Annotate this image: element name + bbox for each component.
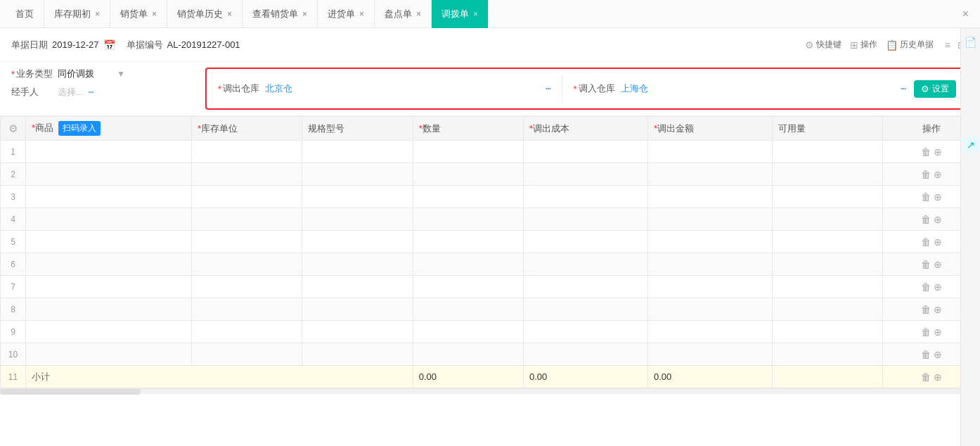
calendar-icon[interactable]: 📅 (103, 39, 115, 51)
cost-cell-1[interactable] (523, 141, 647, 163)
warehouse-out-more[interactable]: ··· (545, 82, 550, 95)
product-cell-9[interactable] (26, 321, 192, 343)
cost-cell-10[interactable] (523, 343, 647, 366)
amount-cell-7[interactable] (647, 276, 772, 298)
tab-sales-history[interactable]: 销货单历史 × (167, 0, 243, 28)
tab-sales-close[interactable]: × (152, 9, 157, 19)
tab-inventory-init[interactable]: 库存期初 × (44, 0, 110, 28)
qty-cell-3[interactable] (413, 186, 523, 208)
qty-cell-2[interactable] (413, 163, 523, 186)
available-cell-10[interactable] (772, 343, 882, 366)
amount-cell-5[interactable] (647, 231, 772, 253)
scrollbar-thumb[interactable] (0, 389, 141, 395)
tab-purchase-close[interactable]: × (359, 9, 364, 19)
qty-cell-5[interactable] (413, 231, 523, 253)
sidebar-doc-icon[interactable]: 📄 (962, 34, 979, 51)
handler-placeholder[interactable]: 选择... (58, 86, 84, 98)
cost-cell-9[interactable] (523, 321, 647, 343)
delete-icon-1[interactable]: 🗑 (921, 146, 931, 158)
col-gear[interactable]: ⚙ (1, 117, 26, 141)
biz-type-dropdown[interactable]: 同价调拨 ▼ (58, 68, 125, 80)
grid-view-button[interactable]: ≡ (942, 38, 953, 52)
delete-icon-5[interactable]: 🗑 (921, 236, 931, 248)
copy-icon-6[interactable]: ⊕ (934, 259, 942, 270)
warehouse-in-more[interactable]: ··· (901, 82, 905, 95)
delete-icon-10[interactable]: 🗑 (921, 349, 931, 360)
product-cell-2[interactable] (26, 163, 192, 186)
qty-cell-6[interactable] (413, 253, 523, 276)
copy-icon-3[interactable]: ⊕ (934, 191, 942, 203)
spec-cell-5[interactable] (302, 231, 413, 253)
tab-transfer[interactable]: 调拨单 × (432, 0, 489, 28)
amount-cell-10[interactable] (647, 343, 772, 366)
unit-cell-6[interactable] (192, 253, 302, 276)
tab-sales-history-close[interactable]: × (227, 9, 232, 19)
scan-button[interactable]: 扫码录入 (58, 121, 101, 136)
unit-cell-10[interactable] (192, 343, 302, 366)
spec-cell-8[interactable] (302, 298, 413, 321)
spec-cell-7[interactable] (302, 276, 413, 298)
delete-icon-6[interactable]: 🗑 (921, 259, 931, 270)
unit-cell-2[interactable] (192, 163, 302, 186)
copy-icon-11[interactable]: ⊕ (934, 371, 942, 383)
copy-icon-1[interactable]: ⊕ (934, 146, 942, 158)
product-cell-10[interactable] (26, 343, 192, 366)
qty-cell-1[interactable] (413, 141, 523, 163)
cost-cell-2[interactable] (523, 163, 647, 186)
tab-transfer-close[interactable]: × (473, 9, 478, 19)
product-cell-5[interactable] (26, 231, 192, 253)
qty-cell-10[interactable] (413, 343, 523, 366)
copy-icon-9[interactable]: ⊕ (934, 326, 942, 338)
cost-cell-3[interactable] (523, 186, 647, 208)
cost-cell-7[interactable] (523, 276, 647, 298)
qty-cell-9[interactable] (413, 321, 523, 343)
unit-cell-1[interactable] (192, 141, 302, 163)
copy-icon-8[interactable]: ⊕ (934, 304, 942, 315)
unit-cell-8[interactable] (192, 298, 302, 321)
shortcuts-button[interactable]: ⚙ 快捷键 (805, 39, 842, 51)
handler-more-icon[interactable]: ··· (88, 86, 93, 98)
delete-icon-11[interactable]: 🗑 (921, 371, 931, 383)
available-cell-8[interactable] (772, 298, 882, 321)
history-button[interactable]: 📋 历史单据 (886, 39, 934, 51)
actions-button[interactable]: ⊞ 操作 (850, 39, 877, 51)
copy-icon-4[interactable]: ⊕ (934, 214, 942, 225)
copy-icon-5[interactable]: ⊕ (934, 236, 942, 248)
available-cell-2[interactable] (772, 163, 882, 186)
unit-cell-3[interactable] (192, 186, 302, 208)
available-cell-9[interactable] (772, 321, 882, 343)
product-cell-3[interactable] (26, 186, 192, 208)
tab-stocktake-close[interactable]: × (416, 9, 421, 19)
warehouse-in-value[interactable]: 上海仓 (621, 82, 648, 95)
amount-cell-1[interactable] (647, 141, 772, 163)
amount-cell-2[interactable] (647, 163, 772, 186)
cost-cell-4[interactable] (523, 208, 647, 231)
cost-cell-6[interactable] (523, 253, 647, 276)
tab-purchase[interactable]: 进货单 × (318, 0, 375, 28)
available-cell-5[interactable] (772, 231, 882, 253)
product-cell-7[interactable] (26, 276, 192, 298)
product-cell-1[interactable] (26, 141, 192, 163)
spec-cell-2[interactable] (302, 163, 413, 186)
amount-cell-8[interactable] (647, 298, 772, 321)
spec-cell-4[interactable] (302, 208, 413, 231)
product-cell-6[interactable] (26, 253, 192, 276)
delete-icon-3[interactable]: 🗑 (921, 191, 931, 203)
cost-cell-8[interactable] (523, 298, 647, 321)
tab-stocktake[interactable]: 盘点单 × (375, 0, 432, 28)
unit-cell-7[interactable] (192, 276, 302, 298)
spec-cell-3[interactable] (302, 186, 413, 208)
tab-view-sales-close[interactable]: × (302, 9, 307, 19)
copy-icon-10[interactable]: ⊕ (934, 349, 942, 360)
qty-cell-8[interactable] (413, 298, 523, 321)
product-cell-8[interactable] (26, 298, 192, 321)
delete-icon-7[interactable]: 🗑 (921, 281, 931, 293)
delete-icon-9[interactable]: 🗑 (921, 326, 931, 338)
spec-cell-9[interactable] (302, 321, 413, 343)
amount-cell-9[interactable] (647, 321, 772, 343)
amount-cell-6[interactable] (647, 253, 772, 276)
spec-cell-6[interactable] (302, 253, 413, 276)
copy-icon-2[interactable]: ⊕ (934, 169, 942, 180)
qty-cell-4[interactable] (413, 208, 523, 231)
settings-button[interactable]: ⚙ 设置 (914, 80, 956, 98)
